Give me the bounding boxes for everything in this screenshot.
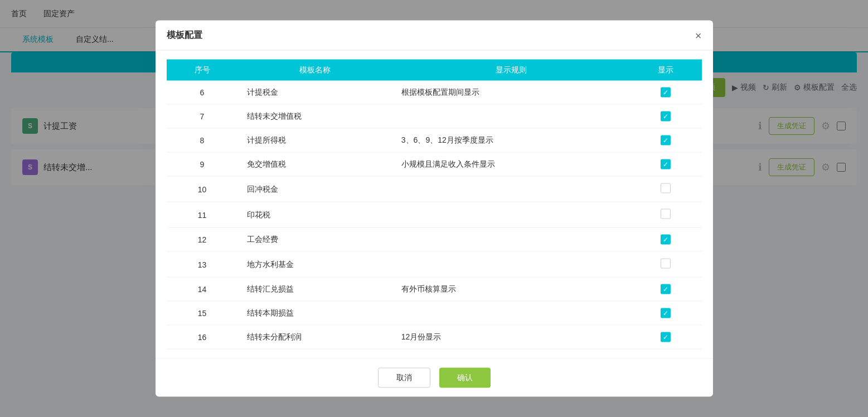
cell-check-10 bbox=[630, 325, 701, 349]
modal-body: 序号 模板名称 显示规则 显示 6计提税金根据模板配置期间显示7结转未交增值税8… bbox=[156, 51, 713, 358]
checkbox-3[interactable] bbox=[661, 159, 671, 169]
cell-check-5 bbox=[630, 202, 701, 227]
table-head: 序号 模板名称 显示规则 显示 bbox=[167, 60, 702, 81]
cell-rule-2: 3、6、9、12月按季度显示 bbox=[392, 128, 631, 152]
checkbox-5[interactable] bbox=[661, 209, 671, 219]
cancel-button[interactable]: 取消 bbox=[378, 368, 430, 388]
cell-name-0: 计提税金 bbox=[238, 81, 392, 105]
checkbox-10[interactable] bbox=[661, 332, 671, 342]
cell-name-8: 结转汇兑损益 bbox=[238, 277, 392, 301]
col-header-rule: 显示规则 bbox=[392, 60, 631, 81]
cell-rule-5 bbox=[392, 202, 631, 227]
table-row: 12工会经费 bbox=[167, 227, 702, 251]
cell-no-8: 14 bbox=[167, 277, 238, 301]
cell-check-4 bbox=[630, 176, 701, 202]
cell-rule-0: 根据模板配置期间显示 bbox=[392, 81, 631, 105]
cell-check-9 bbox=[630, 301, 701, 325]
modal-header: 模板配置 × bbox=[156, 21, 713, 51]
cell-no-9: 15 bbox=[167, 301, 238, 325]
checkbox-7[interactable] bbox=[661, 259, 671, 269]
table-row: 10回冲税金 bbox=[167, 176, 702, 202]
cell-name-1: 结转未交增值税 bbox=[238, 104, 392, 128]
table-row: 9免交增值税小规模且满足收入条件显示 bbox=[167, 152, 702, 176]
col-header-no: 序号 bbox=[167, 60, 238, 81]
cell-rule-3: 小规模且满足收入条件显示 bbox=[392, 152, 631, 176]
table-row: 16结转未分配利润12月份显示 bbox=[167, 325, 702, 349]
cell-rule-1 bbox=[392, 104, 631, 128]
cell-check-6 bbox=[630, 227, 701, 251]
cell-check-7 bbox=[630, 251, 701, 277]
cell-check-1 bbox=[630, 104, 701, 128]
table-row: 14结转汇兑损益有外币核算显示 bbox=[167, 277, 702, 301]
cell-rule-9 bbox=[392, 301, 631, 325]
checkbox-1[interactable] bbox=[661, 111, 671, 122]
cell-check-2 bbox=[630, 128, 701, 152]
cell-rule-6 bbox=[392, 227, 631, 251]
cell-check-3 bbox=[630, 152, 701, 176]
checkbox-9[interactable] bbox=[661, 308, 671, 318]
table-row: 15结转本期损益 bbox=[167, 301, 702, 325]
cell-no-1: 7 bbox=[167, 104, 238, 128]
cell-no-7: 13 bbox=[167, 251, 238, 277]
cell-name-2: 计提所得税 bbox=[238, 128, 392, 152]
config-table: 序号 模板名称 显示规则 显示 6计提税金根据模板配置期间显示7结转未交增值税8… bbox=[167, 60, 702, 350]
table-row: 11印花税 bbox=[167, 202, 702, 227]
checkbox-6[interactable] bbox=[661, 235, 671, 245]
cell-name-3: 免交增值税 bbox=[238, 152, 392, 176]
modal-close-button[interactable]: × bbox=[695, 30, 702, 41]
cell-check-0 bbox=[630, 81, 701, 105]
cell-name-6: 工会经费 bbox=[238, 227, 392, 251]
cell-name-10: 结转未分配利润 bbox=[238, 325, 392, 349]
checkbox-4[interactable] bbox=[661, 183, 671, 193]
cell-name-9: 结转本期损益 bbox=[238, 301, 392, 325]
cell-name-5: 印花税 bbox=[238, 202, 392, 227]
cell-no-4: 10 bbox=[167, 176, 238, 202]
cell-name-4: 回冲税金 bbox=[238, 176, 392, 202]
cell-name-7: 地方水利基金 bbox=[238, 251, 392, 277]
cell-rule-8: 有外币核算显示 bbox=[392, 277, 631, 301]
cell-no-0: 6 bbox=[167, 81, 238, 105]
modal-title: 模板配置 bbox=[167, 30, 202, 41]
table-row: 8计提所得税3、6、9、12月按季度显示 bbox=[167, 128, 702, 152]
checkbox-8[interactable] bbox=[661, 284, 671, 294]
cell-no-5: 11 bbox=[167, 202, 238, 227]
cell-rule-7 bbox=[392, 251, 631, 277]
checkbox-0[interactable] bbox=[661, 88, 671, 98]
cell-rule-4 bbox=[392, 176, 631, 202]
checkbox-2[interactable] bbox=[661, 135, 671, 146]
cell-no-6: 12 bbox=[167, 227, 238, 251]
table-body: 6计提税金根据模板配置期间显示7结转未交增值税8计提所得税3、6、9、12月按季… bbox=[167, 81, 702, 350]
cell-no-2: 8 bbox=[167, 128, 238, 152]
confirm-button[interactable]: 确认 bbox=[439, 368, 491, 388]
modal-footer: 取消 确认 bbox=[156, 358, 713, 397]
cell-check-8 bbox=[630, 277, 701, 301]
col-header-name: 模板名称 bbox=[238, 60, 392, 81]
col-header-show: 显示 bbox=[630, 60, 701, 81]
table-row: 7结转未交增值税 bbox=[167, 104, 702, 128]
cell-rule-10: 12月份显示 bbox=[392, 325, 631, 349]
modal-template-config: 模板配置 × 序号 模板名称 显示规则 显示 6计提税金根据模板配置期间显示7结… bbox=[156, 21, 713, 397]
table-row: 13地方水利基金 bbox=[167, 251, 702, 277]
cell-no-10: 16 bbox=[167, 325, 238, 349]
cell-no-3: 9 bbox=[167, 152, 238, 176]
table-row: 6计提税金根据模板配置期间显示 bbox=[167, 81, 702, 105]
